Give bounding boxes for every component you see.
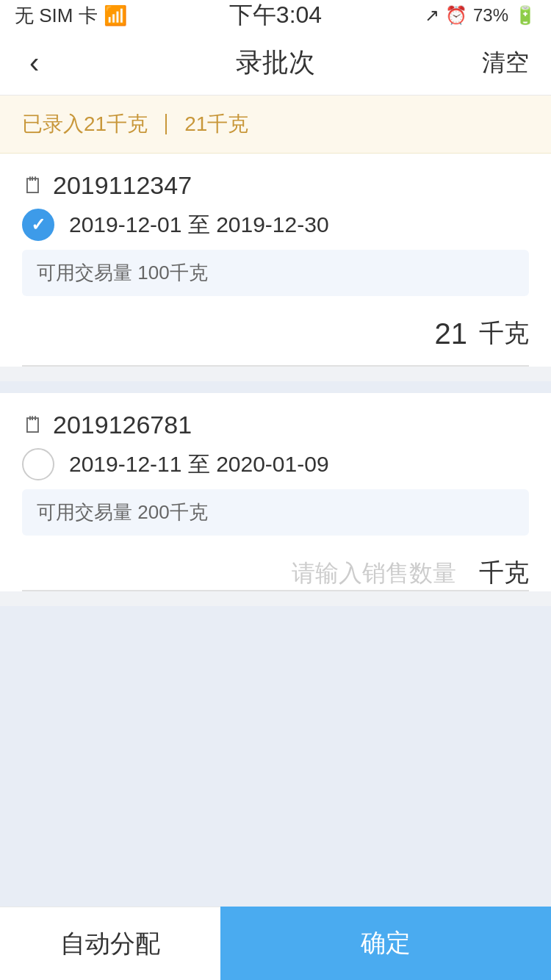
batch-item-2: 🗒 2019126781 2019-12-11 至 2020-01-09 可用交…	[0, 393, 551, 591]
clear-button[interactable]: 清空	[482, 47, 529, 79]
batch-item-1: 🗒 2019112347 2019-12-01 至 2019-12-30 可用交…	[0, 154, 551, 367]
sim-status: 无 SIM 卡	[15, 3, 98, 29]
batch-date-row-1[interactable]: 2019-12-01 至 2019-12-30	[0, 209, 551, 250]
quantity-unit-2: 千克	[479, 556, 529, 590]
summary-divider	[165, 114, 167, 134]
status-left: 无 SIM 卡 📶	[15, 3, 127, 29]
batch-date-2: 2019-12-11 至 2020-01-09	[69, 450, 329, 480]
quantity-value-1: 21	[435, 317, 468, 350]
quantity-divider-1	[22, 365, 529, 367]
status-right: ↗ ⏰ 73% 🔋	[425, 5, 536, 26]
battery-percent: 73%	[473, 5, 508, 26]
batch-quantity-row-1: 21 千克	[0, 308, 551, 365]
battery-icon: 🔋	[514, 5, 536, 26]
batch-date-1: 2019-12-01 至 2019-12-30	[69, 210, 329, 240]
batch-availability-1: 可用交易量 100千克	[22, 250, 529, 296]
location-icon: ↗	[425, 5, 439, 26]
page-title: 录批次	[236, 45, 315, 81]
batch-availability-2: 可用交易量 200千克	[22, 489, 529, 536]
section-divider	[0, 381, 551, 393]
bottom-actions: 自动分配 确定	[0, 907, 551, 980]
auto-distribute-button[interactable]: 自动分配	[0, 907, 220, 980]
batch-header-1: 🗒 2019112347	[0, 154, 551, 209]
radio-button-1[interactable]	[22, 209, 54, 241]
batch-icon-1: 🗒	[22, 173, 44, 198]
batch-id-2: 2019126781	[53, 411, 192, 439]
wifi-icon: 📶	[104, 4, 127, 27]
confirm-button[interactable]: 确定	[220, 907, 551, 980]
batch-date-row-2[interactable]: 2019-12-11 至 2020-01-09	[0, 448, 551, 489]
summary-value: 21千克	[184, 110, 248, 138]
back-button[interactable]: ‹	[22, 39, 46, 87]
batch-id-1: 2019112347	[53, 171, 192, 200]
nav-bar: ‹ 录批次 清空	[0, 31, 551, 96]
summary-label: 已录入21千克	[22, 110, 148, 138]
bottom-area	[0, 606, 551, 937]
quantity-unit-1: 千克	[479, 317, 529, 350]
batch-header-2: 🗒 2019126781	[0, 393, 551, 448]
alarm-icon: ⏰	[445, 5, 467, 26]
summary-bar: 已录入21千克 21千克	[0, 96, 551, 154]
radio-button-2[interactable]	[22, 448, 54, 480]
time-display: 下午3:04	[229, 0, 322, 32]
quantity-divider-2	[22, 590, 529, 591]
quantity-input-2[interactable]	[22, 560, 467, 587]
input-row-2[interactable]: 千克	[0, 547, 551, 590]
status-bar: 无 SIM 卡 📶 下午3:04 ↗ ⏰ 73% 🔋	[0, 0, 551, 31]
batch-icon-2: 🗒	[22, 413, 44, 438]
